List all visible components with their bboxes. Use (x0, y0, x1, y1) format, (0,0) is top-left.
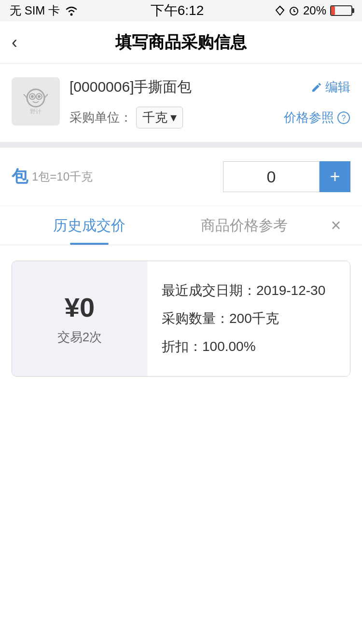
svg-point-7 (31, 95, 34, 98)
tab-history-label: 历史成交价 (53, 216, 125, 236)
status-time: 下午6:12 (151, 1, 204, 20)
svg-text:野计: 野计 (30, 108, 42, 115)
tab-history-price[interactable]: 历史成交价 (12, 206, 167, 245)
battery-percent: 20% (303, 4, 326, 17)
help-icon: ? (337, 111, 350, 125)
svg-point-0 (70, 14, 73, 16)
back-button[interactable]: ‹ (12, 32, 17, 53)
section-divider (0, 142, 362, 148)
status-left: 无 SIM 卡 (10, 3, 79, 18)
transaction-summary: ¥0 交易2次 (12, 261, 147, 376)
quantity-row: 包 1包=10千克 0 + (0, 148, 362, 206)
transaction-content: ¥0 交易2次 最近成交日期：2019-12-30 采购数量：200千克 折扣：… (0, 245, 362, 392)
tabs-header: 历史成交价 商品价格参考 × (0, 206, 362, 245)
content-area (0, 392, 362, 644)
tab-price-ref[interactable]: 商品价格参考 (167, 206, 321, 245)
date-value: 2019-12-30 (256, 283, 325, 298)
quantity-control: 0 + (223, 161, 350, 192)
quantity-detail-label: 采购数量： (162, 311, 229, 326)
transaction-price: ¥0 (65, 292, 95, 323)
price-ref-label: 价格参照 (284, 109, 334, 126)
sim-text: 无 SIM 卡 (10, 3, 60, 18)
transaction-quantity-row: 采购数量：200千克 (162, 308, 335, 329)
svg-point-8 (38, 95, 41, 98)
page-title: 填写商品采购信息 (115, 31, 247, 54)
date-label: 最近成交日期： (162, 283, 256, 298)
transaction-discount-row: 折扣：100.00% (162, 336, 335, 357)
unit-label: 采购单位： (70, 109, 132, 126)
product-unit-row: 采购单位： 千克 ▾ 价格参照 ? (70, 107, 350, 128)
discount-value: 100.00% (202, 339, 256, 354)
quantity-unit: 包 (12, 166, 28, 188)
price-ref-button[interactable]: 价格参照 ? (284, 109, 350, 126)
svg-text:?: ? (342, 114, 346, 122)
product-info: [0000006]手撕面包 编辑 采购单位： 千克 ▾ 价格参照 ? (70, 77, 350, 128)
status-right: 20% (275, 4, 352, 17)
quantity-label: 包 1包=10千克 (12, 166, 93, 188)
alarm-icon (289, 5, 299, 16)
discount-label: 折扣： (162, 339, 202, 354)
unit-value: 千克 (142, 109, 167, 126)
location-icon (275, 5, 285, 16)
edit-button[interactable]: 编辑 (311, 79, 350, 96)
nav-bar: ‹ 填写商品采购信息 (0, 21, 362, 64)
transaction-date-row: 最近成交日期：2019-12-30 (162, 280, 335, 301)
transaction-details: 最近成交日期：2019-12-30 采购数量：200千克 折扣：100.00% (147, 261, 350, 376)
tab-price-ref-label: 商品价格参考 (201, 216, 288, 236)
edit-icon (311, 82, 322, 93)
unit-select[interactable]: 千克 ▾ (136, 107, 183, 128)
tab-close-button[interactable]: × (321, 206, 350, 245)
tab-active-indicator (70, 243, 109, 245)
quantity-input[interactable]: 0 (223, 161, 320, 192)
quantity-plus-button[interactable]: + (320, 161, 350, 192)
quantity-conversion: 1包=10千克 (32, 169, 93, 184)
transaction-card: ¥0 交易2次 最近成交日期：2019-12-30 采购数量：200千克 折扣：… (12, 261, 350, 377)
product-card: 野计 [0000006]手撕面包 编辑 采购单位： 千克 ▾ 价格参照 (0, 64, 362, 142)
edit-label: 编辑 (325, 79, 350, 96)
product-name-row: [0000006]手撕面包 编辑 (70, 77, 350, 97)
status-bar: 无 SIM 卡 下午6:12 20% (0, 0, 362, 21)
transaction-count: 交易2次 (57, 329, 102, 346)
tabs-section: 历史成交价 商品价格参考 × ¥0 交易2次 最近成交日期：2019-12-30… (0, 206, 362, 392)
product-name: [0000006]手撕面包 (70, 77, 192, 97)
dropdown-arrow-icon: ▾ (170, 110, 177, 125)
battery-icon (330, 5, 352, 16)
quantity-detail-value: 200千克 (229, 311, 279, 326)
product-thumbnail: 野计 (12, 77, 60, 126)
wifi-icon (64, 5, 79, 16)
